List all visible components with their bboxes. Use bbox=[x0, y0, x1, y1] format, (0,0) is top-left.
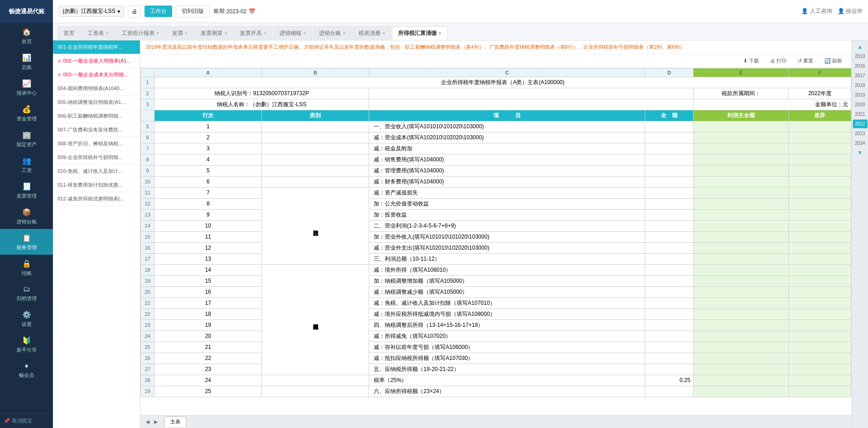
sidebar-item-settings[interactable]: ⚙️ 设置 bbox=[0, 306, 53, 331]
form-list-item-006[interactable]: 006-职工薪酬纳税调整明细... bbox=[53, 109, 140, 123]
content-toolbar: ⬇ 下载 🖨 打印 ↺ 重置 🔄 刷新 bbox=[140, 54, 851, 68]
sidebar-item-report[interactable]: 📈 报表中心 bbox=[0, 74, 53, 100]
tab-income-tax-close[interactable]: × bbox=[439, 31, 441, 36]
table-row: 6 2 减：营业成本(填写A102010\102020\103000) bbox=[141, 132, 851, 143]
form-list-item-003[interactable]: ⊙ 003-一般企业成本支出明细... bbox=[53, 68, 140, 82]
form-list-item-002[interactable]: ⊙ 002-一般企业收入明细表(A1... bbox=[53, 54, 140, 68]
sidebar-item-close[interactable]: 🔒 结账 bbox=[0, 255, 53, 280]
timeline-2018[interactable]: 2018 bbox=[853, 81, 868, 90]
topbar: (勿删）江西服宝-LSS ▾ 🖨 工作台 切到旧版 账期 2023-02 📅 👤… bbox=[53, 0, 868, 23]
sidebar-item-salary[interactable]: 👥 工资 bbox=[0, 152, 53, 177]
reset-button[interactable]: ↺ 重置 bbox=[794, 56, 817, 66]
sidebar-item-ledger[interactable]: 📊 总账 bbox=[0, 49, 53, 74]
sheet-next-btn[interactable]: ▶ bbox=[152, 418, 160, 426]
form-list-item-010[interactable]: 010-免税、减计收入及加计... bbox=[53, 165, 140, 178]
form-list-item-007[interactable]: 007-广告费和业务宣传费跌... bbox=[53, 123, 140, 137]
warning-text: 2019年度涉及取以前年度结转数据的申报表单元格需要手工维护正确，才能保证本年及… bbox=[146, 44, 685, 50]
workspace-button[interactable]: 工作台 bbox=[145, 6, 172, 17]
tab-invoice-calc-close[interactable]: × bbox=[225, 31, 227, 36]
warning-bar: 2019年度涉及取以前年度结转数据的申报表单元格需要手工维护正确，才能保证本年及… bbox=[140, 40, 851, 54]
category-profit: 利润总额计算 bbox=[262, 187, 369, 264]
calendar-icon: 📅 bbox=[249, 8, 255, 15]
sidebar-item-archive[interactable]: 🗂 归档管理 bbox=[0, 280, 53, 306]
timeline-2016[interactable]: 2016 bbox=[853, 62, 868, 70]
tab-home[interactable]: 首页 bbox=[58, 26, 81, 40]
timeline-2024[interactable]: 2024 bbox=[853, 139, 868, 148]
sidebar-item-guide[interactable]: 🔰 新手引导 bbox=[0, 331, 53, 357]
form-list-item-012[interactable]: 012-减免所得税优惠明细表(... bbox=[53, 192, 140, 206]
timeline-2021[interactable]: 2021 bbox=[853, 110, 868, 119]
user-service-btn[interactable]: 👤 人工咨询 bbox=[801, 7, 832, 15]
timeline-2019b[interactable]: 2019 bbox=[853, 91, 868, 99]
company-selector[interactable]: (勿删）江西服宝-LSS ▾ bbox=[58, 6, 124, 17]
sidebar-item-assets[interactable]: 🏢 固定资产 bbox=[0, 126, 53, 152]
table-row: 17 13 三、利润总额（10-11-12） bbox=[141, 253, 851, 264]
close-period-icon: 🔒 bbox=[22, 259, 31, 268]
pin-icon: 📌 bbox=[4, 418, 10, 424]
unpin-sidebar[interactable]: 📌 取消固定 bbox=[0, 413, 53, 428]
form-list-item-004[interactable]: 004-期间费用明细表(A1040... bbox=[53, 82, 140, 96]
tab-purchase-verify-close[interactable]: × bbox=[303, 31, 306, 36]
timeline-2022[interactable]: 2022 bbox=[853, 120, 868, 128]
form-list-item-001[interactable]: 001-企业所得税年度纳税申... bbox=[53, 40, 140, 54]
tab-invoice-open-close[interactable]: × bbox=[264, 31, 266, 36]
timeline-up-arrow[interactable]: ▲ bbox=[856, 42, 864, 51]
table-row: 2 纳税人识别号：91320500703719732P 税款所属期间： 2022… bbox=[141, 88, 851, 99]
right-timeline: ▲ 2019 2016 2017 2018 2019 2020 2021 202… bbox=[851, 40, 868, 428]
tab-tax-clear-close[interactable]: × bbox=[382, 31, 385, 36]
tab-tax-clear[interactable]: 税表清册 × bbox=[353, 26, 391, 40]
form-list-item-005[interactable]: 005-纳税调整项目明细表(A1... bbox=[53, 96, 140, 109]
table-title: 企业所得税年度纳税申报表（A类）主表(A100000) bbox=[155, 77, 851, 88]
home-icon: 🏠 bbox=[22, 28, 31, 36]
header-profit: 利润主全额 bbox=[693, 110, 788, 121]
timeline-2023[interactable]: 2023 bbox=[853, 129, 868, 138]
period-value: 2023-02 bbox=[226, 8, 247, 15]
tab-invoice[interactable]: 发票 × bbox=[166, 26, 194, 40]
tab-purchase-account[interactable]: 进销台账 × bbox=[313, 26, 352, 40]
form-list-item-009[interactable]: 009-企业所得税补亏损明细... bbox=[53, 151, 140, 165]
print-button[interactable]: 🖨 打印 bbox=[766, 56, 790, 66]
funds-icon: 💰 bbox=[22, 105, 31, 114]
sidebar-item-home[interactable]: 🏠 首页 bbox=[0, 23, 53, 49]
sidebar-item-purchase[interactable]: 📦 进销台账 bbox=[0, 203, 53, 229]
timeline-2019[interactable]: 2019 bbox=[853, 52, 868, 61]
table-row: 9 5 减：管理费用(填写A104000) bbox=[141, 165, 851, 176]
tab-salary[interactable]: 工资表 × bbox=[81, 26, 115, 40]
form-list-item-008[interactable]: 008-资产折旧、摊销及纳税... bbox=[53, 137, 140, 151]
tab-purchase-verify[interactable]: 进销稽核 × bbox=[273, 26, 312, 40]
tab-salary-stat[interactable]: 工资统计报表 × bbox=[116, 26, 165, 40]
tab-income-tax[interactable]: 所得税汇算清缴 × bbox=[392, 26, 447, 40]
form-list-item-011[interactable]: 011-研发费用加计扣除优惠... bbox=[53, 178, 140, 192]
content-area: 001-企业所得税年度纳税申... ⊙ 002-一般企业收入明细表(A1... … bbox=[53, 40, 868, 428]
table-row: 11 7 利润总额计算 减：资产减值损失 bbox=[141, 187, 851, 198]
sidebar-item-funds[interactable]: 💰 资金管理 bbox=[0, 100, 53, 126]
sidebar-item-tax[interactable]: 📋 税务管理 bbox=[0, 229, 53, 255]
download-button[interactable]: ⬇ 下载 bbox=[740, 56, 763, 66]
tab-purchase-account-close[interactable]: × bbox=[343, 31, 346, 36]
tab-bar: 首页 工资表 × 工资统计报表 × 发票 × 发票测算 × 发票开具 × bbox=[53, 23, 868, 40]
table-row: 10 6 减：财务费用(填写A104000) bbox=[141, 176, 851, 187]
tab-salary-stat-close[interactable]: × bbox=[156, 31, 159, 36]
sidebar-item-invoice[interactable]: 🧾 发票管理 bbox=[0, 177, 53, 203]
tab-salary-close[interactable]: × bbox=[106, 31, 109, 36]
print-icon-btn[interactable]: 🖨 bbox=[128, 5, 141, 18]
tab-invoice-calc[interactable]: 发票测算 × bbox=[195, 26, 233, 40]
tab-invoice-close[interactable]: × bbox=[185, 31, 188, 36]
timeline-down-arrow[interactable]: ▼ bbox=[856, 148, 864, 157]
sidebar: 畅捷通易代账 🏠 首页 📊 总账 📈 报表中心 💰 资金管理 🏢 固定资产 bbox=[0, 0, 53, 428]
tax-icon: 📋 bbox=[22, 234, 31, 242]
sidebar-nav: 🏠 首页 📊 总账 📈 报表中心 💰 资金管理 🏢 固定资产 👥 工资 bbox=[0, 23, 53, 413]
switch-version-button[interactable]: 切到旧版 bbox=[176, 5, 210, 17]
col-e-header: E bbox=[693, 68, 788, 77]
tab-invoice-open[interactable]: 发票开具 × bbox=[234, 26, 272, 40]
sidebar-item-member[interactable]: ♦ 畅会员 bbox=[0, 357, 53, 382]
sheet-tab-main[interactable]: 主表 bbox=[164, 417, 186, 427]
sheet-prev-btn[interactable]: ◀ bbox=[144, 418, 151, 426]
table-row: 19 15 加：纳税调整增加额（填写A105000） bbox=[141, 275, 851, 286]
timeline-2017[interactable]: 2017 bbox=[853, 71, 868, 80]
refresh-button[interactable]: 🔄 刷新 bbox=[821, 56, 846, 66]
table-row: 25 21 减：弥补以前年度亏损（填写A106000） bbox=[141, 342, 851, 353]
spreadsheet-wrapper[interactable]: A B C D E F 1 bbox=[140, 68, 851, 416]
table-row: 14 10 二、营业利润(1-2-3-4-5-6-7+8+9) bbox=[141, 220, 851, 231]
timeline-2020[interactable]: 2020 bbox=[853, 100, 868, 109]
